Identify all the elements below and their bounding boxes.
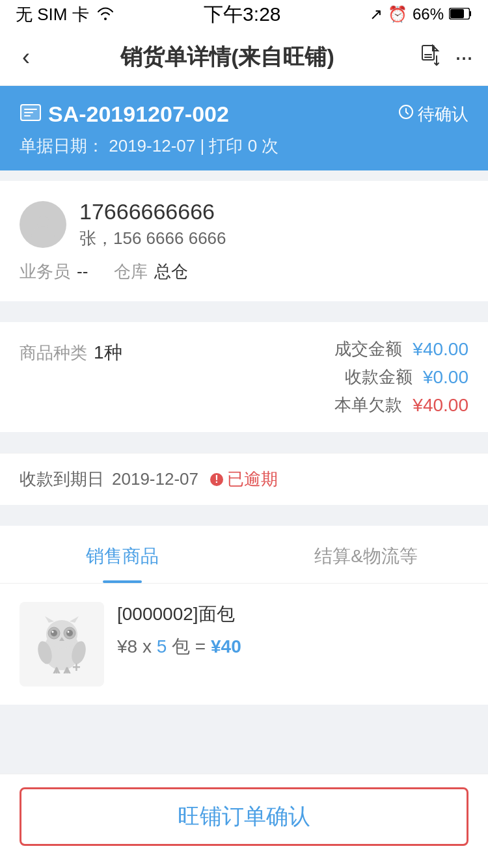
- divider-3: [0, 442, 488, 453]
- alarm-icon: ⏰: [388, 5, 407, 23]
- product-info: [0000002]面包 ¥8 x 5 包 = ¥40: [117, 602, 468, 659]
- nav-bar: ‹ 销货单详情(来自旺铺) ···: [0, 29, 488, 86]
- order-icon: [20, 102, 42, 127]
- order-meta: 单据日期： 2019-12-07 | 打印 0 次: [20, 135, 468, 157]
- received-amount-line: 收款金额 ¥0.00: [345, 366, 468, 388]
- product-thumbnail: +: [20, 602, 104, 686]
- battery-label: 66%: [413, 5, 444, 23]
- tab-products[interactable]: 销售商品: [0, 526, 244, 583]
- status-bar: 无 SIM 卡 下午3:28 ↗ ⏰ 66%: [0, 0, 488, 29]
- tabs-section: 销售商品 结算&物流等: [0, 526, 488, 705]
- status-left: 无 SIM 卡: [16, 3, 115, 26]
- amount-details: 成交金额 ¥40.00 收款金额 ¥0.00 本单欠款 ¥40.00: [334, 338, 468, 416]
- svg-point-9: [51, 630, 57, 636]
- order-id: SA-20191207-002: [20, 102, 229, 127]
- back-button[interactable]: ‹: [16, 37, 36, 77]
- order-status: 待确认: [398, 103, 468, 126]
- wifi-icon: [96, 5, 115, 25]
- svg-marker-16: [70, 616, 79, 623]
- warehouse-field: 仓库 总仓: [114, 260, 188, 283]
- svg-rect-1: [450, 9, 464, 18]
- avatar: [20, 201, 66, 248]
- customer-fields: 业务员 -- 仓库 总仓: [20, 260, 468, 283]
- more-button[interactable]: ···: [455, 44, 472, 71]
- owed-amount-line: 本单欠款 ¥40.00: [334, 394, 468, 416]
- bottom-bar: 旺铺订单确认: [0, 774, 488, 868]
- order-header-card: SA-20191207-002 待确认 单据日期： 2019-12-07 | 打…: [0, 86, 488, 170]
- nav-actions: ···: [418, 43, 472, 72]
- confirm-order-button[interactable]: 旺铺订单确认: [20, 787, 468, 846]
- customer-name: 张，156 6666 6666: [79, 227, 226, 250]
- svg-point-10: [52, 631, 54, 633]
- customer-phone: 17666666666: [79, 199, 226, 224]
- divider-1: [0, 170, 488, 181]
- product-price: ¥8 x 5 包 = ¥40: [117, 634, 468, 659]
- svg-text:+: +: [72, 659, 81, 673]
- location-icon: ↗: [370, 5, 383, 23]
- divider-4: [0, 505, 488, 515]
- tabs-bar: 销售商品 结算&物流等: [0, 526, 488, 584]
- svg-point-5: [37, 216, 49, 228]
- salesman-field: 业务员 --: [20, 260, 88, 283]
- overdue-badge: ! 已逾期: [210, 468, 278, 491]
- divider-2: [0, 312, 488, 322]
- customer-card: 17666666666 张，156 6666 6666 业务员 -- 仓库 总仓: [0, 181, 488, 301]
- product-item: + [0000002]面包 ¥8 x 5 包 = ¥40: [0, 584, 488, 705]
- status-time: 下午3:28: [204, 1, 280, 28]
- deal-amount-line: 成交金额 ¥40.00: [334, 338, 468, 360]
- svg-point-12: [66, 630, 73, 636]
- product-name: [0000002]面包: [117, 602, 468, 627]
- share-button[interactable]: [418, 43, 442, 72]
- due-date-card: 收款到期日 2019-12-07 ! 已逾期: [0, 453, 488, 505]
- status-right: ↗ ⏰ 66%: [370, 5, 472, 23]
- tab-settlement[interactable]: 结算&物流等: [244, 526, 488, 583]
- overdue-dot-icon: !: [210, 473, 223, 486]
- battery-icon: [449, 5, 472, 23]
- page-title: 销货单详情(来自旺铺): [120, 42, 334, 72]
- svg-marker-15: [45, 616, 54, 623]
- amounts-card: 商品种类 1种 成交金额 ¥40.00 收款金额 ¥0.00 本单欠款 ¥40.…: [0, 322, 488, 432]
- svg-point-13: [68, 631, 70, 633]
- clock-icon: [398, 104, 414, 124]
- carrier-label: 无 SIM 卡: [16, 3, 89, 26]
- product-type: 商品种类 1种: [20, 338, 122, 365]
